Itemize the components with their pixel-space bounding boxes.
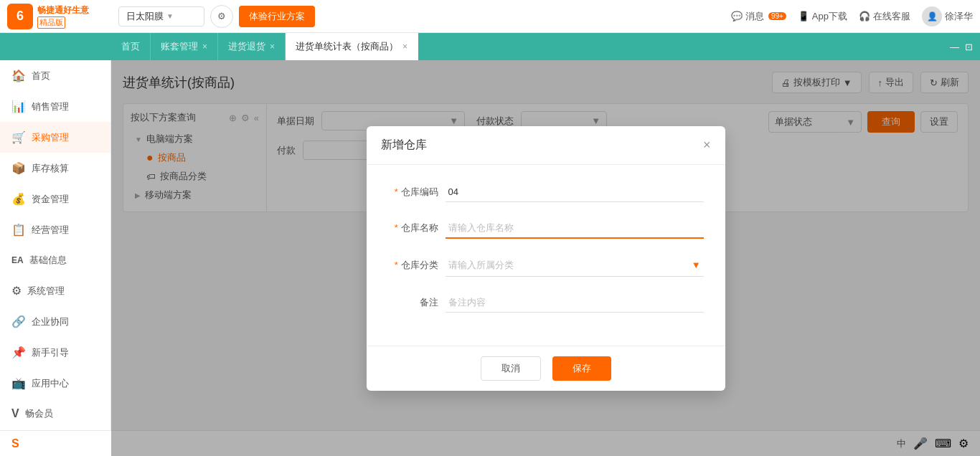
- tab-home[interactable]: 首页: [111, 33, 151, 60]
- form-row-category: * 仓库分类 请输入所属分类 ▼: [388, 255, 704, 277]
- message-badge: 99+: [768, 12, 786, 20]
- main-layout: 🏠 首页 📊 销售管理 🛒 采购管理 📦 库存核算 💰 资金管理 📋 经营管理 …: [0, 60, 980, 456]
- home-icon: 🏠: [11, 69, 26, 82]
- sidebar-item-sales[interactable]: 📊 销售管理: [0, 91, 110, 122]
- logo-text: 畅捷通好生意 精品版: [37, 4, 89, 29]
- tab-minimize-icon[interactable]: —: [950, 42, 959, 52]
- form-row-remark: 备注: [388, 293, 704, 313]
- sidebar-item-management[interactable]: 📋 经营管理: [0, 214, 110, 245]
- save-button[interactable]: 保存: [552, 356, 611, 381]
- code-label: * 仓库编码: [388, 186, 446, 199]
- modal-header: 新增仓库 ×: [367, 126, 725, 165]
- modal-title: 新增仓库: [381, 138, 427, 153]
- guide-icon: 📌: [11, 346, 26, 359]
- sidebar-item-system[interactable]: ⚙ 系统管理: [0, 275, 110, 306]
- content-area: 进货单统计(按商品) 🖨 按模板打印 ▼ ↑ 导出 ↻ 刷新: [111, 60, 980, 456]
- user-profile-button[interactable]: 👤 徐泽华: [922, 6, 973, 27]
- modal-body: * 仓库编码 * 仓库名称: [367, 165, 725, 346]
- sidebar-item-guide[interactable]: 📌 新手引导: [0, 337, 110, 368]
- management-icon: 📋: [11, 223, 26, 237]
- message-icon: 💬: [731, 11, 743, 22]
- cancel-button[interactable]: 取消: [481, 356, 541, 381]
- avatar: 👤: [922, 6, 942, 27]
- top-bar: 6 畅捷通好生意 精品版 日太阳膜 ▼ ⚙ 体验行业方案 💬 消息 99+ 📱 …: [0, 0, 980, 33]
- tab-controls: — ⊡: [950, 42, 980, 52]
- remark-input[interactable]: [446, 293, 704, 313]
- gear-icon: ⚙: [217, 11, 226, 22]
- tab-accounts[interactable]: 账套管理 ×: [151, 33, 218, 60]
- tab-close-purchase-stats[interactable]: ×: [402, 42, 407, 52]
- sidebar: 🏠 首页 📊 销售管理 🛒 采购管理 📦 库存核算 💰 资金管理 📋 经营管理 …: [0, 60, 111, 456]
- category-label: * 仓库分类: [388, 259, 446, 272]
- sidebar-item-vip[interactable]: V 畅会员: [0, 399, 110, 429]
- sidebar-item-app-center[interactable]: 📺 应用中心: [0, 368, 110, 399]
- logo-area: 6 畅捷通好生意 精品版: [7, 4, 118, 29]
- logo-icon: 6: [7, 4, 33, 29]
- top-right-actions: 💬 消息 99+ 📱 App下载 🎧 在线客服 👤 徐泽华: [731, 6, 973, 27]
- sidebar-item-inventory[interactable]: 📦 库存核算: [0, 153, 110, 184]
- app-download-button[interactable]: 📱 App下载: [798, 10, 847, 23]
- warehouse-code-input[interactable]: [446, 182, 704, 202]
- sidebar-item-collaboration[interactable]: 🔗 企业协同: [0, 306, 110, 337]
- sidebar-item-finance[interactable]: 💰 资金管理: [0, 184, 110, 214]
- inventory-icon: 📦: [11, 161, 26, 175]
- trial-button[interactable]: 体验行业方案: [239, 6, 315, 27]
- form-row-name: * 仓库名称: [388, 218, 704, 239]
- modal-footer: 取消 保存: [367, 346, 725, 391]
- headset-icon: 🎧: [859, 11, 870, 22]
- vip-icon: V: [11, 407, 19, 420]
- sidebar-item-basic-info[interactable]: EA 基础信息: [0, 245, 110, 275]
- tab-close-purchase-return[interactable]: ×: [270, 42, 275, 52]
- tab-expand-icon[interactable]: ⊡: [965, 42, 973, 52]
- sales-icon: 📊: [11, 100, 26, 113]
- category-dropdown-icon: ▼: [692, 260, 701, 270]
- name-label: * 仓库名称: [388, 222, 446, 234]
- tab-purchase-return[interactable]: 进货退货 ×: [218, 33, 286, 60]
- category-select[interactable]: 请输入所属分类 ▼: [446, 255, 704, 277]
- finance-icon: 💰: [11, 192, 26, 206]
- tab-purchase-stats[interactable]: 进货单统计表（按商品） ×: [286, 33, 418, 60]
- store-selector[interactable]: 日太阳膜 ▼: [118, 6, 204, 27]
- tab-close-accounts[interactable]: ×: [202, 42, 207, 52]
- sidebar-item-purchase[interactable]: 🛒 采购管理: [0, 122, 110, 153]
- messages-button[interactable]: 💬 消息 99+: [731, 10, 786, 23]
- phone-icon: 📱: [798, 11, 809, 22]
- remark-label: 备注: [388, 296, 446, 309]
- collab-icon: 🔗: [11, 315, 26, 328]
- settings-button[interactable]: ⚙: [210, 5, 233, 28]
- modal-close-button[interactable]: ×: [703, 138, 711, 153]
- online-service-button[interactable]: 🎧 在线客服: [859, 10, 910, 23]
- modal-new-warehouse: 新增仓库 × * 仓库编码: [367, 126, 725, 391]
- form-row-code: * 仓库编码: [388, 182, 704, 202]
- basic-info-icon: EA: [11, 255, 24, 265]
- sidebar-item-home[interactable]: 🏠 首页: [0, 60, 110, 91]
- system-icon: ⚙: [11, 284, 22, 298]
- purchase-icon: 🛒: [11, 130, 26, 144]
- tab-bar: 首页 账套管理 × 进货退货 × 进货单统计表（按商品） × — ⊡: [0, 33, 980, 60]
- warehouse-name-input[interactable]: [446, 218, 704, 239]
- bottom-logo-icon: S: [11, 437, 19, 450]
- modal-overlay: 新增仓库 × * 仓库编码: [111, 60, 980, 456]
- app-center-icon: 📺: [11, 376, 26, 390]
- dropdown-arrow-icon: ▼: [166, 12, 174, 20]
